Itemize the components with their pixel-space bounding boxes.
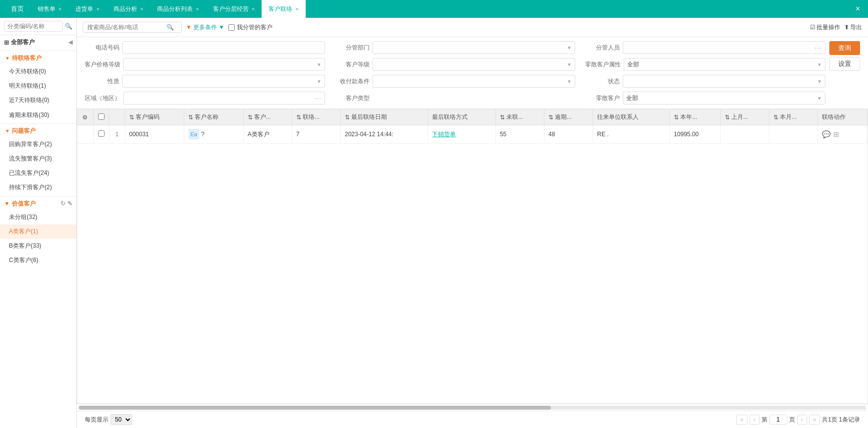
th-last-contact-date: ⇅最后联络日期	[341, 109, 428, 125]
sidebar-item-declining[interactable]: 持续下滑客户(2)	[0, 180, 76, 195]
close-customer-segment-tab[interactable]: ×	[252, 6, 255, 12]
nav-tab-customer-segment[interactable]: 客户分层经营 ×	[206, 0, 262, 18]
first-page-btn[interactable]: «	[736, 415, 748, 425]
filter-label-payment: 收付款条件	[335, 77, 370, 86]
sidebar-item-week-contact[interactable]: 近7天待联络(0)	[0, 93, 76, 107]
sidebar-item-c-class[interactable]: C类客户(6)	[0, 253, 76, 268]
main-layout: 🔍 ⊞ 全部客户 ◀ ▼ 待联络客户 今天待联络(0) 明天待联络(1) 近7天…	[0, 18, 868, 428]
next-page-btn[interactable]: ›	[797, 415, 807, 425]
th-this-month: ⇅本月...	[769, 109, 818, 125]
sidebar-item-repurchase-abnormal[interactable]: 回购异常客户(2)	[0, 137, 76, 152]
prev-page-btn[interactable]: ‹	[750, 415, 760, 425]
nav-tab-purchase[interactable]: 进货单 ×	[68, 0, 106, 18]
sidebar-group-problem[interactable]: ▼ 问题客户	[0, 125, 76, 137]
per-page-select[interactable]: 50	[110, 414, 132, 425]
filter-btn[interactable]: ▼ 更多条件 ▼	[186, 23, 224, 32]
batch-action-btn[interactable]: ☑ 批量操作	[810, 23, 840, 32]
sidebar: 🔍 ⊞ 全部客户 ◀ ▼ 待联络客户 今天待联络(0) 明天待联络(1) 近7天…	[0, 18, 77, 428]
export-btn[interactable]: ⬆ 导出	[844, 23, 862, 32]
filter-actions: 查询 设置	[829, 41, 860, 105]
filter-cell-dept: 分管部门 ▼	[335, 41, 575, 54]
row-checkbox[interactable]	[98, 130, 105, 137]
sidebar-item-churn-warning[interactable]: 流失预警客户(3)	[0, 152, 76, 166]
settings-button[interactable]: 设置	[829, 57, 860, 71]
filter-cell-nature: 性质 ▼	[85, 75, 325, 88]
sidebar-item-unclassified[interactable]: 未分组(32)	[0, 210, 76, 224]
filter-input-phone[interactable]	[122, 41, 325, 54]
refresh-icon[interactable]: ↻	[60, 200, 65, 207]
filter-select-scatter-attr[interactable]: 全部 ▼	[624, 58, 825, 71]
close-all-tabs[interactable]: ×	[852, 4, 864, 13]
search-input-wrap: 🔍	[83, 22, 182, 33]
filter-select-status[interactable]: ▼	[623, 75, 825, 88]
close-customer-contact-tab[interactable]: ×	[295, 6, 298, 12]
last-page-btn[interactable]: »	[809, 415, 820, 425]
sort-icon: ⇅	[129, 114, 134, 121]
close-purchase-tab[interactable]: ×	[96, 6, 99, 12]
sidebar-search-input[interactable]	[4, 21, 63, 32]
filter-cell-manager: 分管人员 ···	[585, 41, 825, 54]
caret-scatter-attr: ▼	[817, 62, 822, 67]
sidebar-item-a-class[interactable]: A类客户(1)	[0, 224, 76, 239]
export-icon: ⬆	[844, 24, 849, 31]
scrollbar-track[interactable]	[79, 406, 866, 410]
scrollbar-thumb[interactable]	[79, 406, 551, 410]
sidebar-search-icon[interactable]: 🔍	[65, 23, 72, 30]
td-row-this-month	[769, 125, 818, 144]
sidebar-item-tomorrow-contact[interactable]: 明天待联络(1)	[0, 79, 76, 93]
close-goods-analysis-list-tab[interactable]: ×	[196, 6, 199, 12]
filter-select-nature[interactable]: ▼	[122, 75, 325, 88]
filter-select-manager[interactable]: ···	[623, 41, 825, 54]
nav-tab-customer-contact[interactable]: 客户联络 ×	[262, 0, 305, 18]
filter-select-customer-level[interactable]: ▼	[373, 58, 575, 71]
my-customers-checkbox[interactable]	[228, 24, 235, 31]
td-row-check[interactable]	[93, 125, 109, 144]
nav-tab-sales[interactable]: 销售单 ×	[31, 0, 68, 18]
filter-select-region[interactable]: ···	[123, 92, 325, 105]
td-row-name: Ea ?	[184, 125, 244, 144]
sort-icon: ⇅	[548, 114, 553, 121]
nav-tab-goods-analysis[interactable]: 商品分析 ×	[107, 0, 150, 18]
td-row-no-contact: 55	[495, 125, 544, 144]
filter-select-price-level[interactable]: ▼	[123, 58, 325, 71]
divider-3	[0, 196, 76, 197]
td-row-gear	[77, 125, 93, 144]
th-gear[interactable]: ⚙	[77, 109, 93, 125]
td-row-actions: 💬 ⊞	[818, 125, 868, 144]
all-customers-header[interactable]: ⊞ 全部客户 ◀	[0, 35, 76, 50]
sidebar-group-pending-contact[interactable]: ▼ 待联络客户	[0, 52, 76, 64]
search-submit-icon[interactable]: 🔍	[166, 24, 174, 31]
filter-select-scatter[interactable]: 全部 ▼	[623, 92, 825, 105]
last-contact-method-link[interactable]: 下销货单	[432, 131, 456, 138]
sidebar-item-overdue-contact[interactable]: 逾期未联络(30)	[0, 108, 76, 122]
query-button[interactable]: 查询	[829, 41, 860, 55]
sort-icon: ⇅	[773, 114, 778, 121]
filter-select-dept[interactable]: ▼	[373, 41, 575, 54]
nav-tab-goods-analysis-list[interactable]: 商品分析列表 ×	[150, 0, 206, 18]
filter-select-payment[interactable]: ▼	[373, 75, 575, 88]
edit-icon[interactable]: ✎	[67, 200, 72, 207]
caret-customer-level: ▼	[567, 62, 572, 67]
sidebar-item-today-contact[interactable]: 今天待联络(0)	[0, 64, 76, 79]
th-code: ⇅客户编码	[125, 109, 184, 125]
th-check[interactable]	[93, 109, 109, 125]
th-type: ⇅客户...	[243, 109, 292, 125]
sidebar-item-churned[interactable]: 已流失客户(24)	[0, 166, 76, 180]
divider-1	[0, 51, 76, 51]
sidebar-item-b-class[interactable]: B类客户(33)	[0, 239, 76, 253]
page-number-input[interactable]	[769, 415, 787, 425]
td-row-last-method[interactable]: 下销货单	[428, 125, 495, 144]
my-customers-filter[interactable]: 我分管的客户	[228, 23, 272, 32]
search-input[interactable]	[87, 24, 166, 31]
close-goods-analysis-tab[interactable]: ×	[140, 6, 143, 12]
select-all-checkbox[interactable]	[98, 113, 105, 120]
sort-icon: ⇅	[296, 114, 301, 121]
nav-tab-home[interactable]: 首页	[4, 0, 31, 18]
close-sales-tab[interactable]: ×	[58, 6, 61, 12]
search-bar: 🔍 ▼ 更多条件 ▼ 我分管的客户 ☑ 批量操作 ⬆ 导出	[77, 18, 868, 37]
qr-action-icon[interactable]: ⊞	[833, 130, 839, 138]
horizontal-scrollbar[interactable]	[77, 404, 868, 411]
sort-icon: ⇅	[500, 114, 505, 121]
filter-label-dept: 分管部门	[335, 44, 370, 52]
chat-action-icon[interactable]: 💬	[822, 130, 830, 138]
